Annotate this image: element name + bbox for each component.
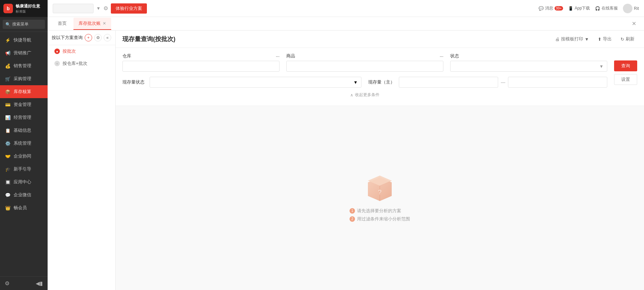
app-edition: 标准版 <box>16 9 40 14</box>
sidebar-item-marketing-label: 营销推广 <box>14 50 31 56</box>
sidebar-item-finance-label: 资金管理 <box>14 102 31 108</box>
shortcut-icon: ⚡ <box>5 37 11 43</box>
svg-text:?: ? <box>378 189 382 196</box>
empty-hint-2: 2 用过滤条件来缩小分析范围 <box>350 216 410 222</box>
action-buttons: 查询 设置 <box>611 53 637 85</box>
stock-status-dropdown-icon: ▼ <box>353 80 358 85</box>
sidebar-item-basic[interactable]: 📋 基础信息 <box>0 124 48 137</box>
stock-qty-max-input[interactable] <box>508 77 607 88</box>
sidebar-item-apps[interactable]: 🔲 应用中心 <box>0 176 48 188</box>
filter-panel-title: 按以下方案查询 <box>52 35 83 41</box>
industry-solution-button[interactable]: 体验行业方案 <box>111 3 147 14</box>
filter-panel-header: 按以下方案查询 + ⚙ « <box>48 31 115 45</box>
filter-scheme-warehouse-batch[interactable]: ○ 按仓库+批次 <box>48 57 115 70</box>
empty-hints: 1 请先选择要分析的方案 2 用过滤条件来缩小分析范围 <box>350 208 410 224</box>
messages-badge: 99+ <box>555 6 563 11</box>
hint-text-1: 请先选择要分析的方案 <box>357 208 401 214</box>
print-label: 按模板打印 <box>561 36 583 42</box>
stock-status-select[interactable]: ▼ <box>150 77 361 88</box>
mobile-icon: 📱 <box>568 6 573 11</box>
collapse-more-label: 收起更多条件 <box>355 92 379 98</box>
sidebar-item-enterprise[interactable]: 🤝 企业协同 <box>0 150 48 163</box>
sidebar-item-basic-label: 基础信息 <box>14 127 31 133</box>
messages-action[interactable]: 💬 消息 99+ <box>539 5 563 11</box>
settings-button[interactable]: 设置 <box>614 74 637 85</box>
filter-row-1: 仓库 ··· 商品 ··· <box>122 53 607 72</box>
refresh-button[interactable]: ↻ 刷新 <box>618 35 637 43</box>
sidebar-item-weixin[interactable]: 💬 企业微信 <box>0 188 48 201</box>
collapse-sidebar-icon[interactable]: ◀▮ <box>36 280 43 287</box>
print-button[interactable]: 🖨 按模板打印 ▼ <box>553 35 592 43</box>
status-select[interactable]: ▼ <box>450 61 607 72</box>
close-panel-button[interactable]: ✕ <box>629 20 639 27</box>
sales-icon: 💰 <box>5 63 11 69</box>
sidebar-item-member-label: 畅会员 <box>14 205 27 211</box>
filter-conditions: 仓库 ··· 商品 ··· <box>116 48 644 106</box>
online-service-action[interactable]: 🎧 在线客服 <box>595 5 618 11</box>
product-input[interactable] <box>286 61 443 72</box>
tab-home[interactable]: 首页 <box>53 18 72 30</box>
top-settings-icon[interactable]: ⚙ <box>103 5 108 12</box>
status-value <box>454 64 458 69</box>
sidebar-item-shortcut[interactable]: ⚡ 快捷导航 <box>0 34 48 47</box>
product-field: 商品 ··· <box>286 53 443 72</box>
sidebar-item-member[interactable]: 👑 畅会员 <box>0 201 48 214</box>
marketing-icon: 📢 <box>5 50 11 56</box>
page-title: 现存量查询(按批次) <box>122 35 175 43</box>
print-dropdown-icon[interactable]: ▼ <box>584 37 589 42</box>
active-scheme-dot: ● <box>54 49 60 54</box>
print-icon: 🖨 <box>555 37 560 42</box>
sidebar-item-operation[interactable]: 📊 经营管理 <box>0 111 48 124</box>
empty-state: ? 1 请先选择要分析的方案 2 用过滤条件来缩小分析范围 <box>116 106 644 290</box>
top-dropdown-icon[interactable]: ▼ <box>96 6 101 11</box>
collapse-icon: « <box>106 35 109 40</box>
user-profile-action[interactable]: Rit <box>623 4 639 13</box>
app-download-action[interactable]: 📱 App下载 <box>568 5 590 11</box>
tab-batch[interactable]: 库存批次账 ✕ <box>73 18 111 30</box>
filter-scheme-batch-label: 按批次 <box>63 48 76 54</box>
warehouse-value <box>126 64 130 69</box>
stock-qty-min-input[interactable] <box>399 77 498 88</box>
filter-fields-area: 仓库 ··· 商品 ··· <box>122 53 607 101</box>
top-search-input <box>53 4 94 13</box>
query-button[interactable]: 查询 <box>614 60 637 71</box>
add-scheme-button[interactable]: + <box>85 34 92 41</box>
sidebar-item-marketing[interactable]: 📢 营销推广 <box>0 47 48 59</box>
tab-close-icon[interactable]: ✕ <box>103 21 106 26</box>
scheme-settings-button[interactable]: ⚙ <box>94 34 102 41</box>
settings-footer-icon[interactable]: ⚙ <box>5 280 10 287</box>
export-button[interactable]: ⬆ 导出 <box>595 35 614 43</box>
weixin-icon: 💬 <box>5 192 11 198</box>
empty-box-svg: ? <box>363 172 397 203</box>
stock-qty-label: 现存量（主） <box>368 79 395 85</box>
sidebar-item-enterprise-label: 企业协同 <box>14 153 31 159</box>
sidebar-item-apps-label: 应用中心 <box>14 179 31 185</box>
empty-hint-1: 1 请先选择要分析的方案 <box>350 208 410 214</box>
sidebar-item-guide[interactable]: 🎓 新手引导 <box>0 163 48 176</box>
empty-icon-area: ? <box>363 172 397 203</box>
warehouse-more-btn[interactable]: ··· <box>276 54 279 59</box>
status-dropdown-icon: ▼ <box>599 64 604 69</box>
sidebar-item-system[interactable]: ⚙️ 系统管理 <box>0 137 48 150</box>
product-value <box>290 64 294 69</box>
member-icon: 👑 <box>5 205 11 211</box>
sidebar-item-finance[interactable]: 💳 资金管理 <box>0 98 48 111</box>
inactive-scheme-dot: ○ <box>54 61 60 66</box>
collapse-more-btn[interactable]: ∧ 收起更多条件 <box>122 89 607 101</box>
product-more-btn[interactable]: ··· <box>440 54 443 59</box>
sidebar-item-shortcut-label: 快捷导航 <box>14 37 31 43</box>
scheme-settings-icon: ⚙ <box>96 35 100 40</box>
filter-header-actions: + ⚙ « <box>85 34 111 41</box>
filter-scheme-batch[interactable]: ● 按批次 <box>48 45 115 57</box>
search-menu-button[interactable]: 🔍 搜索菜单 <box>3 20 45 29</box>
sidebar-item-inventory[interactable]: 📦 库存核算 <box>0 85 48 98</box>
search-menu-label: 搜索菜单 <box>12 21 29 27</box>
sidebar-item-sales[interactable]: 💰 销售管理 <box>0 59 48 72</box>
filter-row-2: 现存量状态 ▼ 现存量（主） — <box>122 77 607 88</box>
user-name: Rit <box>634 6 639 11</box>
warehouse-input[interactable] <box>122 61 279 72</box>
warehouse-label: 仓库 ··· <box>122 53 279 59</box>
sidebar-item-purchase[interactable]: 🛒 采购管理 <box>0 72 48 85</box>
collapse-filter-button[interactable]: « <box>104 34 111 41</box>
sidebar-search-area[interactable]: 🔍 搜索菜单 <box>0 17 48 32</box>
